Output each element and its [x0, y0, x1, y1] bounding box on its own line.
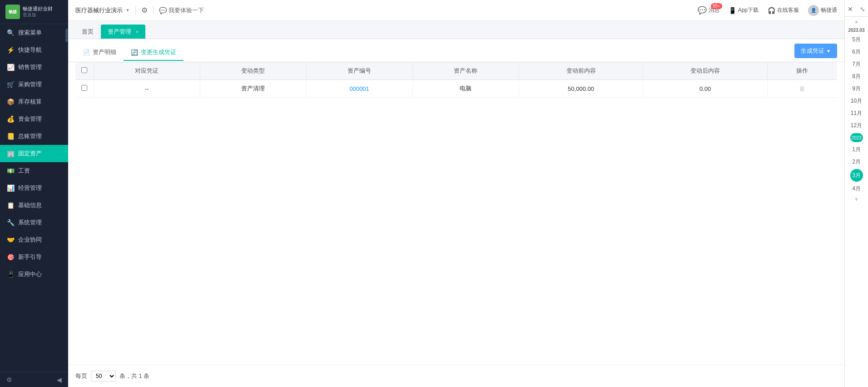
row-checkbox-cell — [75, 80, 94, 98]
message-badge: 99+ — [711, 3, 722, 9]
tab-asset-management[interactable]: 资产管理 × — [101, 25, 145, 39]
message-btn[interactable]: 💬 消息 99+ — [698, 6, 719, 15]
right-panel-close-icon[interactable]: ✕ — [848, 5, 853, 13]
sidebar-item-payroll[interactable]: 💵 工资 — [0, 162, 68, 179]
col-before-change-label: 变动前内容 — [566, 67, 596, 74]
service-icon: 🎧 — [768, 7, 775, 14]
month-item-3-active[interactable]: 3月 — [850, 169, 863, 182]
month-item-12[interactable]: 12月 — [845, 119, 868, 132]
month-item-9[interactable]: 9月 — [845, 83, 868, 95]
scroll-up-arrow[interactable]: ▲ — [853, 17, 861, 26]
asset-name-value: 电脑 — [460, 85, 471, 92]
asset-no-value: 000001 — [349, 85, 369, 92]
sidebar-item-enterprise[interactable]: 🤝 企业协同 — [0, 231, 68, 248]
sidebar-item-label: 基础信息 — [18, 201, 42, 209]
select-all-checkbox[interactable] — [81, 67, 87, 73]
app-download-label: App下载 — [738, 6, 759, 14]
month-item-10[interactable]: 10月 — [845, 95, 868, 107]
per-page-select[interactable]: 50 10 20 100 — [91, 371, 116, 382]
payroll-icon: 💵 — [6, 167, 15, 175]
header-after-change: 变动后内容 — [643, 62, 768, 80]
row-voucher: -- — [94, 80, 200, 98]
sidebar-item-sales[interactable]: 📈 销售管理 — [0, 59, 68, 76]
sidebar-item-purchase[interactable]: 🛒 采购管理 — [0, 76, 68, 93]
sidebar-item-inventory[interactable]: 📦 库存核算 — [0, 93, 68, 110]
change-voucher-icon: 🔄 — [131, 49, 138, 56]
sidebar-item-funds[interactable]: 💰 资金管理 — [0, 110, 68, 128]
sub-tab-asset-detail[interactable]: 📄 资产明细 — [75, 45, 124, 61]
sidebar-item-label: 系统管理 — [18, 218, 42, 227]
row-before-change: 50,000.00 — [519, 80, 643, 98]
change-type-value: 资产清理 — [241, 85, 265, 92]
sidebar-item-label: 资金管理 — [18, 115, 42, 123]
sidebar-item-quicknav[interactable]: ⚡ 快捷导航 — [0, 41, 68, 59]
guide-icon: 🎯 — [6, 253, 15, 261]
table-row: -- 资产清理 000001 电脑 50,000.00 — [75, 80, 837, 98]
month-item-5[interactable]: 5月 — [845, 34, 868, 46]
sidebar-item-fixed-assets[interactable]: 🏢 固定资产 — [0, 145, 68, 162]
sidebar-item-label: 应用中心 — [18, 270, 42, 278]
right-panel-expand-icon[interactable]: ⤡ — [860, 5, 865, 13]
voucher-value: -- — [145, 85, 149, 92]
settings-icon[interactable]: ⚙ — [6, 376, 12, 383]
month-item-6[interactable]: 6月 — [845, 46, 868, 58]
sidebar-item-label: 采购管理 — [18, 80, 42, 89]
logo-line2: 普及版 — [23, 12, 53, 18]
collapse-icon[interactable]: ◀ — [57, 376, 62, 383]
customer-service-btn[interactable]: 🎧 在线客服 — [768, 6, 799, 14]
month-item-2[interactable]: 2月 — [845, 156, 868, 168]
row-asset-name: 电脑 — [412, 80, 519, 98]
delete-row-icon[interactable]: 🗑 — [799, 85, 805, 92]
sidebar-item-label: 工资 — [18, 167, 30, 175]
sub-tab-change-voucher[interactable]: 🔄 变更生成凭证 — [124, 45, 184, 61]
app-download-btn[interactable]: 📱 App下载 — [729, 6, 759, 14]
logo-line1: 畅捷通好业财 — [23, 5, 53, 12]
row-change-type: 资产清理 — [200, 80, 306, 98]
sidebar-item-basic[interactable]: 📋 基础信息 — [0, 197, 68, 214]
experience-icon: 💬 — [159, 7, 167, 14]
sidebar-item-label: 销售管理 — [18, 63, 42, 71]
row-checkbox[interactable] — [81, 85, 87, 91]
month-item-11[interactable]: 11月 — [845, 107, 868, 119]
operations-icon: 📊 — [6, 184, 15, 192]
user-avatar: 👤 — [808, 5, 819, 16]
sidebar-item-guide[interactable]: 🎯 新手引导 — [0, 248, 68, 266]
sidebar-item-search[interactable]: 🔍 搜索菜单 — [0, 24, 68, 41]
experience-btn[interactable]: 💬 我要体验一下 — [159, 6, 204, 15]
sub-tabs: 📄 资产明细 🔄 变更生成凭证 生成凭证 ▼ — [68, 39, 844, 62]
tab-home[interactable]: 首页 — [75, 25, 100, 39]
col-asset-name-label: 资产名称 — [454, 67, 477, 74]
right-panel-header: ✕ ⤡ — [845, 4, 868, 17]
col-voucher-label: 对应凭证 — [135, 67, 159, 74]
app-icon: 📱 — [729, 7, 736, 14]
generate-voucher-button[interactable]: 生成凭证 ▼ — [794, 44, 837, 58]
logo-icon: 畅捷 — [5, 5, 20, 19]
before-change-value: 50,000.00 — [568, 85, 594, 92]
sidebar-item-label: 企业协同 — [18, 236, 42, 244]
sidebar-item-system[interactable]: 🔧 系统管理 — [0, 214, 68, 231]
scroll-down-arrow[interactable]: ▼ — [853, 195, 861, 204]
tab-close-icon[interactable]: × — [136, 29, 139, 35]
header-change-type: 变动类型 — [200, 62, 306, 80]
sidebar-menu: 🔍 搜索菜单 ⚡ 快捷导航 📈 销售管理 🛒 采购管理 📦 库存核算 💰 资金管… — [0, 24, 68, 372]
user-menu[interactable]: 👤 畅捷通 — [808, 5, 837, 16]
sidebar-item-operations[interactable]: 📊 经营管理 — [0, 179, 68, 197]
month-item-1[interactable]: 1月 — [845, 144, 868, 156]
sub-tab-asset-detail-label: 资产明细 — [93, 48, 116, 56]
asset-table: 对应凭证 变动类型 资产编号 资产名称 变动前内容 — [75, 62, 837, 98]
right-panel: ✕ ⤡ ▲ 2023.03 5月 6月 7月 8月 9月 10月 11月 12月… — [844, 0, 868, 387]
month-item-7[interactable]: 7月 — [845, 58, 868, 70]
sidebar-bottom: ⚙ ◀ — [0, 372, 68, 387]
logo-text: 畅捷 — [9, 10, 17, 15]
sidebar-item-ledger[interactable]: 📒 总账管理 — [0, 128, 68, 145]
company-dropdown-icon: ▼ — [125, 8, 130, 13]
ledger-icon: 📒 — [6, 132, 15, 140]
inventory-icon: 📦 — [6, 98, 15, 106]
year-badge-label: 2023 — [851, 135, 861, 140]
month-item-4[interactable]: 4月 — [845, 183, 868, 195]
sidebar-item-appstore[interactable]: 📱 应用中心 — [0, 266, 68, 283]
month-item-8[interactable]: 8月 — [845, 70, 868, 83]
sidebar-item-label: 固定资产 — [18, 149, 42, 158]
company-selector[interactable]: 医疗器械行业演示 ▼ — [75, 6, 130, 15]
topbar-settings-icon[interactable]: ⚙ — [141, 6, 148, 15]
